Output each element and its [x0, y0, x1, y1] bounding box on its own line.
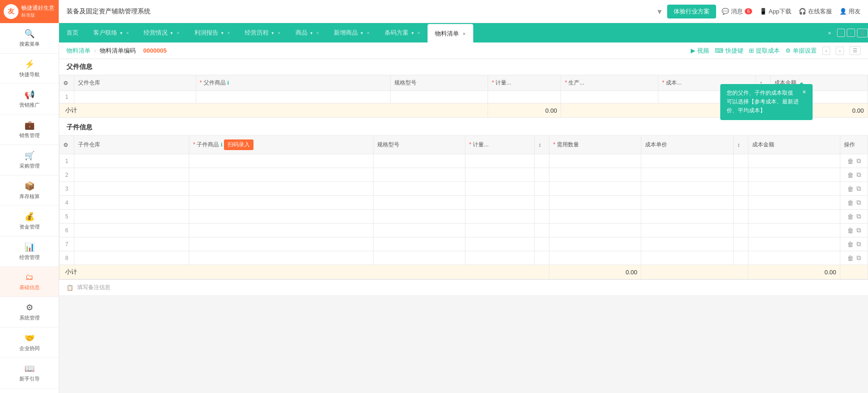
- parent-warehouse-cell[interactable]: [74, 91, 196, 103]
- child-spec-cell[interactable]: [373, 224, 465, 237]
- sidebar-item-guide[interactable]: 📖 新手引导: [0, 358, 59, 388]
- nav-prev-btn[interactable]: ‹: [837, 29, 845, 37]
- tab-close-icon[interactable]: ×: [316, 30, 319, 36]
- copy-icon[interactable]: ⧉: [856, 254, 861, 262]
- child-unit-cell[interactable]: [465, 154, 535, 168]
- child-product-cell[interactable]: [189, 154, 374, 168]
- page-nav-next[interactable]: ›: [836, 47, 844, 55]
- sidebar-item-marketing[interactable]: 📢 营销推广: [0, 84, 59, 115]
- tab-close-icon[interactable]: ×: [176, 30, 179, 36]
- sidebar-item-search[interactable]: 🔍 搜索菜单: [0, 23, 59, 54]
- message-action[interactable]: 💬 消息 6: [722, 7, 752, 16]
- tab-history[interactable]: 经营历程 ▾ ×: [237, 23, 288, 42]
- th-child-settings[interactable]: ⚙: [60, 136, 74, 154]
- child-product-cell[interactable]: [189, 251, 374, 265]
- parent-spec-cell[interactable]: [391, 91, 488, 103]
- tab-bom[interactable]: 物料清单 ×: [428, 24, 473, 42]
- sidebar-item-sales[interactable]: 💼 销售管理: [0, 115, 59, 145]
- page-list-btn[interactable]: ☰: [850, 46, 861, 55]
- child-warehouse-cell[interactable]: [74, 224, 189, 237]
- copy-icon[interactable]: ⧉: [856, 240, 861, 248]
- child-cost-cell[interactable]: [641, 224, 733, 237]
- child-cost-cell[interactable]: [641, 168, 733, 182]
- child-qty-cell[interactable]: [549, 251, 641, 265]
- copy-icon[interactable]: ⧉: [856, 171, 861, 179]
- delete-icon[interactable]: 🗑: [847, 199, 854, 206]
- parent-unit-cell[interactable]: [488, 91, 561, 103]
- app-download-action[interactable]: 📱 App下载: [760, 7, 791, 16]
- child-cost-cell[interactable]: [641, 154, 733, 168]
- tab-close-icon[interactable]: ×: [277, 30, 280, 36]
- delete-icon[interactable]: 🗑: [847, 213, 854, 220]
- child-spec-cell[interactable]: [373, 196, 465, 210]
- try-button[interactable]: 体验行业方案: [667, 5, 716, 18]
- delete-icon[interactable]: 🗑: [847, 157, 854, 165]
- single-settings-action[interactable]: ⚙ 单据设置: [785, 47, 817, 55]
- tab-barcode[interactable]: 条码方案 ▾ ×: [377, 23, 428, 42]
- delete-icon[interactable]: 🗑: [847, 241, 854, 248]
- child-product-cell[interactable]: [189, 168, 374, 182]
- sidebar-item-inventory[interactable]: 📦 库存核算: [0, 175, 59, 206]
- sidebar-item-purchase[interactable]: 🛒 采购管理: [0, 145, 59, 175]
- child-warehouse-cell[interactable]: [74, 251, 189, 265]
- child-unit-cell[interactable]: [465, 168, 535, 182]
- sidebar-item-operations[interactable]: 📊 经营管理: [0, 236, 59, 267]
- child-qty-cell[interactable]: [549, 196, 641, 210]
- child-spec-cell[interactable]: [373, 182, 465, 196]
- child-unit-cell[interactable]: [465, 196, 535, 210]
- child-unit-cell[interactable]: [465, 251, 535, 265]
- extract-cost-action[interactable]: ⊞ 提取成本: [749, 47, 780, 55]
- child-warehouse-cell[interactable]: [74, 182, 189, 196]
- delete-icon[interactable]: 🗑: [847, 185, 854, 193]
- tab-close-icon[interactable]: ×: [367, 30, 369, 36]
- tab-close-icon[interactable]: ×: [227, 30, 230, 36]
- child-spec-cell[interactable]: [373, 168, 465, 182]
- child-unit-cell[interactable]: [465, 224, 535, 237]
- sidebar-item-collab[interactable]: 🤝 企业协同: [0, 327, 59, 358]
- copy-icon[interactable]: ⧉: [856, 226, 861, 234]
- child-spec-cell[interactable]: [373, 251, 465, 265]
- page-nav-prev[interactable]: ‹: [822, 47, 831, 55]
- child-unit-cell[interactable]: [465, 210, 535, 224]
- child-cost-cell[interactable]: [641, 196, 733, 210]
- nav-close-all[interactable]: ×: [824, 30, 835, 36]
- tooltip-close-button[interactable]: ×: [802, 89, 806, 95]
- tab-profit[interactable]: 利润报告 ▾ ×: [187, 23, 237, 42]
- tab-close-icon[interactable]: ×: [126, 30, 129, 36]
- tab-home[interactable]: 首页: [59, 23, 86, 42]
- child-warehouse-cell[interactable]: [74, 168, 189, 182]
- child-spec-cell[interactable]: [373, 237, 465, 251]
- tab-operations[interactable]: 经营情况 ▾ ×: [136, 23, 187, 42]
- child-product-cell[interactable]: [189, 210, 374, 224]
- child-product-cell[interactable]: [189, 196, 374, 210]
- sidebar-item-finance[interactable]: 💰 资金管理: [0, 206, 59, 236]
- child-product-cell[interactable]: [189, 224, 374, 237]
- tab-new-goods[interactable]: 新增商品 ▾ ×: [326, 23, 377, 42]
- copy-icon[interactable]: ⧉: [856, 157, 861, 165]
- scan-button[interactable]: 扫码录入: [224, 139, 253, 150]
- nav-next-btn[interactable]: ›: [847, 29, 855, 37]
- nav-menu-btn[interactable]: ☰: [857, 29, 868, 37]
- tab-close-icon[interactable]: ×: [417, 30, 420, 36]
- child-qty-cell[interactable]: [549, 224, 641, 237]
- user-action[interactable]: 👤 用友: [839, 7, 861, 16]
- child-unit-cell[interactable]: [465, 237, 535, 251]
- child-qty-cell[interactable]: [549, 168, 641, 182]
- breadcrumb-parent[interactable]: 物料清单: [66, 47, 90, 55]
- child-cost-cell[interactable]: [641, 237, 733, 251]
- child-warehouse-cell[interactable]: [74, 196, 189, 210]
- copy-icon[interactable]: ⧉: [856, 212, 861, 220]
- child-qty-cell[interactable]: [549, 237, 641, 251]
- child-cost-cell[interactable]: [641, 182, 733, 196]
- note-text[interactable]: 填写备注信息: [77, 284, 110, 291]
- child-unit-cell[interactable]: [465, 182, 535, 196]
- th-settings[interactable]: ⚙: [60, 75, 74, 91]
- child-qty-cell[interactable]: [549, 210, 641, 224]
- child-spec-cell[interactable]: [373, 210, 465, 224]
- delete-icon[interactable]: 🗑: [847, 171, 854, 179]
- online-service-action[interactable]: 🎧 在线客服: [799, 7, 832, 16]
- child-warehouse-cell[interactable]: [74, 237, 189, 251]
- shortcut-action[interactable]: ⌨ 快捷键: [715, 47, 743, 55]
- child-qty-cell[interactable]: [549, 182, 641, 196]
- delete-icon[interactable]: 🗑: [847, 254, 854, 262]
